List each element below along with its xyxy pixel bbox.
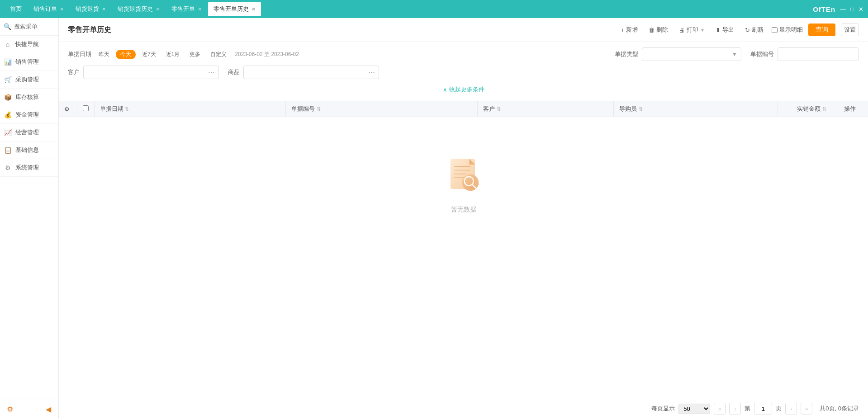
box-icon: 📦 [4,93,12,101]
top-navigation: 首页 销售订单 ✕ 销货退货 ✕ 销货退货历史 ✕ 零售开单 ✕ 零售开单历史 … [0,0,868,18]
sidebar-item-inventory[interactable]: 📦 库存核算 [0,89,58,106]
settings-button[interactable]: ⚙ [4,403,16,415]
goods-filter-item: 商品 ··· [228,66,379,79]
per-page-label: 每页显示 [651,405,675,413]
col-order-no[interactable]: 单据编号 ⇅ [286,101,478,117]
next-page-button[interactable]: › [785,403,797,414]
sidebar-item-purchase-mgmt[interactable]: 🛒 采购管理 [0,71,58,89]
tab-retail-open[interactable]: 零售开单 ✕ [166,2,207,16]
minimize-button[interactable]: — [840,6,846,13]
sidebar-item-basic-info[interactable]: 📋 基础信息 [0,141,58,159]
sidebar-item-system-mgmt[interactable]: ⚙ 系统管理 [0,159,58,177]
collapse-sidebar-button[interactable]: ◀ [42,403,55,415]
yesterday-btn[interactable]: 昨天 [95,50,113,59]
close-tab-sales-return[interactable]: ✕ [102,6,106,12]
col-amount-label: 实销金额 [797,105,821,112]
empty-state: 暂无数据 [59,117,868,250]
search-label: 搜索采单 [14,23,38,31]
tab-sales-order[interactable]: 销售订单 ✕ [28,2,69,16]
close-tab-retail-open[interactable]: ✕ [198,6,202,12]
tab-bar: 首页 销售订单 ✕ 销货退货 ✕ 销货退货历史 ✕ 零售开单 ✕ 零售开单历史 … [5,2,813,16]
more-btn[interactable]: 更多 [186,50,204,59]
sort-amount-icon[interactable]: ⇅ [822,106,826,112]
select-all-checkbox[interactable] [83,105,89,111]
sort-order-no-icon[interactable]: ⇅ [317,106,321,112]
sidebar-item-finance-mgmt[interactable]: 💰 资金管理 [0,106,58,124]
sidebar-label-inventory: 库存核算 [15,93,39,101]
date-range-display: 2023-06-02 至 2023-06-02 [235,51,299,58]
order-type-label: 单据类型 [615,50,638,58]
sidebar-label-quick-nav: 快捷导航 [15,40,39,48]
customer-dots: ··· [208,68,215,76]
show-detail-input[interactable] [772,27,778,33]
last7days-btn[interactable]: 近7天 [138,50,160,59]
print-icon: 🖨 [679,27,685,33]
print-button[interactable]: 🖨 打印 ▼ [676,24,707,36]
maximize-button[interactable]: □ [850,6,854,13]
first-page-button[interactable]: « [714,403,726,414]
tab-home[interactable]: 首页 [5,2,27,16]
filter-settings-button[interactable]: 设置 [841,24,859,36]
col-salesperson[interactable]: 导购员 ⇅ [614,101,778,117]
order-no-filter-item: 单据编号 [750,47,859,61]
sidebar-label-sales-mgmt: 销售管理 [15,58,39,66]
collapse-icon: ∧ [443,86,447,93]
add-button[interactable]: + 新增 [618,24,641,36]
sort-date-icon[interactable]: ⇅ [125,106,129,112]
last-page-button[interactable]: » [801,403,812,414]
export-button[interactable]: ⬆ 导出 [713,24,737,36]
goods-label: 商品 [228,68,240,76]
table-body: 暂无数据 [59,117,868,250]
delete-button[interactable]: 🗑 删除 [646,24,671,36]
collapse-filter-button[interactable]: ∧ 收起更多条件 [68,84,859,95]
order-type-select[interactable]: ▼ [642,47,741,61]
col-action: 操作 [832,101,868,117]
sidebar-label-operations-mgmt: 经营管理 [15,128,39,137]
pagination-bar: 每页显示 50 20 100 « ‹ 第 页 › » 共0页, 0条记录 [59,398,868,419]
query-button[interactable]: 查询 [808,24,835,36]
close-tab-retail-open-history[interactable]: ✕ [251,6,256,12]
col-customer[interactable]: 客户 ⇅ [478,101,614,117]
close-button[interactable]: ✕ [859,6,863,13]
prev-page-button[interactable]: ‹ [729,403,741,414]
sidebar-label-finance-mgmt: 资金管理 [15,111,39,119]
per-page-select[interactable]: 50 20 100 [678,404,710,414]
sort-customer-icon[interactable]: ⇅ [497,106,501,112]
brand-logo: OfTEn [813,5,835,13]
customer-input[interactable]: ··· [83,66,219,79]
last1month-btn[interactable]: 近1月 [162,50,184,59]
col-salesperson-label: 导购员 [619,105,637,112]
tab-retail-open-history[interactable]: 零售开单历史 ✕ [208,2,261,16]
table-settings-icon[interactable]: ⚙ [64,106,70,113]
page-word-after: 页 [776,405,782,413]
goods-input[interactable]: ··· [243,66,379,79]
show-detail-checkbox[interactable]: 显示明细 [772,26,803,34]
sidebar-label-basic-info: 基础信息 [15,146,39,154]
sort-salesperson-icon[interactable]: ⇅ [639,106,643,112]
money-icon: 💰 [4,111,12,119]
tab-sales-return-history[interactable]: 销货退货历史 ✕ [112,2,165,16]
filter-row-2: 客户 ··· 商品 ··· [68,66,859,79]
refresh-button[interactable]: ↻ 刷新 [742,24,766,36]
sidebar-search[interactable]: 🔍 搜索采单 [0,18,58,36]
tab-sales-return[interactable]: 销货退货 ✕ [70,2,111,16]
page-title: 零售开单历史 [68,25,111,35]
sidebar-item-quick-nav[interactable]: ⌂ 快捷导航 [0,36,58,53]
custom-btn[interactable]: 自定义 [207,50,230,59]
goods-dots: ··· [368,68,375,76]
today-btn[interactable]: 今天 [116,50,136,59]
page-number-input[interactable] [754,403,772,414]
sidebar-item-sales-mgmt[interactable]: 📊 销售管理 [0,53,58,71]
cart-icon: 🛒 [4,75,12,84]
table-header: ⚙ 单据日期 ⇅ 单据编号 ⇅ [59,101,868,117]
order-no-input[interactable] [778,47,859,61]
col-checkbox[interactable] [77,101,94,117]
order-type-dropdown-icon: ▼ [732,51,737,57]
close-tab-sales-order[interactable]: ✕ [60,6,64,12]
table-container: ⚙ 单据日期 ⇅ 单据编号 ⇅ [59,101,868,398]
col-date[interactable]: 单据日期 ⇅ [94,101,286,117]
sidebar-item-operations-mgmt[interactable]: 📈 经营管理 [0,124,58,141]
col-amount[interactable]: 实销金额 ⇅ [778,101,832,117]
close-tab-sales-return-history[interactable]: ✕ [156,6,160,12]
col-settings[interactable]: ⚙ [59,101,77,117]
